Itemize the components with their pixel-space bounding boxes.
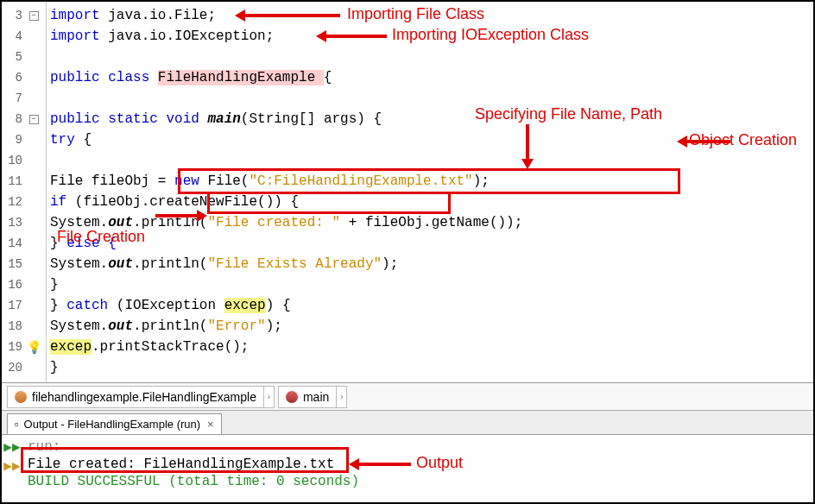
code-token: (String[] args) { bbox=[241, 111, 382, 127]
code-token: import bbox=[50, 8, 108, 23]
code-token: FileHandlingExample bbox=[158, 70, 324, 85]
line-number: 15 bbox=[2, 257, 26, 271]
code-token: "C:FileHandlingExample.txt" bbox=[249, 173, 472, 189]
line-number: 4 bbox=[2, 29, 26, 43]
code-editor: 3− 4 5 6 7 8− 9 10 11 12 13 14 15 16 17 … bbox=[2, 2, 813, 383]
code-token: { bbox=[324, 70, 332, 85]
code-token: static bbox=[108, 111, 166, 127]
code-token: + fileObj.getName()); bbox=[340, 215, 522, 230]
code-token: "File Exists Already" bbox=[207, 256, 382, 272]
run-icon[interactable]: ▶▶ bbox=[2, 438, 22, 456]
annotation-object-creation: Object Creation bbox=[689, 131, 797, 149]
output-tab-bar: ▫ Output - FileHandlingExample (run) × bbox=[2, 411, 813, 435]
code-token: ); bbox=[266, 318, 282, 334]
code-token: ); bbox=[382, 256, 398, 272]
code-token: System. bbox=[50, 318, 108, 334]
line-number: 7 bbox=[2, 91, 26, 105]
code-token: public bbox=[50, 70, 108, 85]
code-token: void bbox=[166, 111, 207, 127]
code-token: .println( bbox=[133, 318, 207, 334]
code-token: } bbox=[50, 277, 59, 293]
class-icon bbox=[15, 391, 27, 403]
editor-gutter: 3− 4 5 6 7 8− 9 10 11 12 13 14 15 16 17 … bbox=[2, 2, 47, 382]
output-line: BUILD SUCCESSFUL (total time: 0 seconds) bbox=[28, 473, 808, 490]
code-token: .printStackTrace(); bbox=[92, 339, 249, 355]
line-number: 10 bbox=[2, 154, 26, 167]
code-token: } bbox=[50, 298, 59, 313]
code-token: if bbox=[50, 194, 75, 210]
code-token: public bbox=[50, 111, 108, 127]
output-text[interactable]: run: File created: FileHandlingExample.t… bbox=[22, 435, 813, 502]
annotation-import-ioexception-class: Importing IOException Class bbox=[392, 26, 589, 44]
output-toolbar: ▶▶ ▶▶ bbox=[2, 435, 22, 502]
line-number: 6 bbox=[2, 71, 26, 85]
chevron-right-icon[interactable]: › bbox=[337, 386, 347, 408]
line-number: 8 bbox=[2, 112, 26, 126]
breadcrumb-class-label: filehandlingexample.FileHandlingExample bbox=[32, 390, 256, 404]
annotation-specify-file-name: Specifying File Name, Path bbox=[475, 105, 662, 123]
rerun-icon[interactable]: ▶▶ bbox=[2, 457, 22, 475]
code-token: (fileObj.createNewFile()) bbox=[75, 194, 291, 210]
code-token: "File created: " bbox=[207, 215, 340, 230]
annotation-arrow bbox=[526, 124, 529, 159]
annotation-file-creation: File Creation bbox=[57, 228, 145, 246]
annotation-import-file-class: Importing File Class bbox=[347, 5, 484, 23]
annotation-arrow bbox=[359, 463, 411, 466]
line-number: 19 bbox=[2, 340, 26, 354]
chevron-right-icon[interactable]: › bbox=[264, 386, 275, 408]
code-token: import bbox=[50, 28, 108, 44]
line-number: 16 bbox=[2, 278, 26, 292]
code-token: ) { bbox=[266, 298, 291, 313]
code-token: (IOException bbox=[117, 298, 224, 313]
code-token: java.io.IOException; bbox=[108, 28, 274, 44]
fold-toggle[interactable]: − bbox=[29, 11, 39, 21]
line-number: 12 bbox=[2, 195, 26, 209]
code-token: System. bbox=[50, 256, 108, 272]
breadcrumb: filehandlingexample.FileHandlingExample›… bbox=[2, 383, 813, 411]
code-token: { bbox=[83, 132, 92, 148]
line-number: 17 bbox=[2, 299, 26, 312]
line-number: 13 bbox=[2, 216, 26, 230]
output-tab-title: Output - FileHandlingExample (run) bbox=[24, 418, 200, 431]
line-number: 11 bbox=[2, 174, 26, 188]
code-token: java.io.File; bbox=[108, 8, 216, 23]
output-line: run: bbox=[28, 438, 808, 456]
annotation-output: Output bbox=[416, 454, 463, 472]
breadcrumb-class[interactable]: filehandlingexample.FileHandlingExample bbox=[7, 386, 264, 408]
breadcrumb-method[interactable]: main bbox=[278, 386, 337, 408]
line-number: 14 bbox=[2, 236, 26, 250]
code-token: try bbox=[50, 132, 83, 148]
code-token: new bbox=[174, 173, 207, 189]
output-panel: ▶▶ ▶▶ run: File created: FileHandlingExa… bbox=[2, 435, 813, 502]
code-token: out bbox=[108, 318, 133, 334]
annotation-arrow bbox=[155, 214, 197, 217]
code-token: { bbox=[290, 194, 299, 210]
code-token: class bbox=[108, 70, 158, 85]
line-number: 9 bbox=[2, 133, 26, 147]
fold-toggle[interactable]: − bbox=[29, 115, 39, 124]
method-icon bbox=[286, 391, 298, 403]
code-token: excep bbox=[50, 339, 92, 355]
code-token: out bbox=[108, 256, 133, 272]
annotation-arrow bbox=[245, 14, 340, 17]
code-token: File fileObj = bbox=[50, 173, 174, 189]
line-number: 20 bbox=[2, 361, 26, 375]
terminal-icon: ▫ bbox=[15, 418, 19, 431]
code-token: catch bbox=[59, 298, 117, 313]
code-token: } bbox=[50, 360, 59, 375]
output-tab[interactable]: ▫ Output - FileHandlingExample (run) × bbox=[7, 413, 222, 434]
line-number: 3 bbox=[2, 9, 26, 22]
code-text-area[interactable]: import java.io.File; import java.io.IOEx… bbox=[47, 2, 813, 382]
line-number: 5 bbox=[2, 50, 26, 64]
breadcrumb-method-label: main bbox=[303, 390, 329, 404]
lightbulb-icon[interactable]: 💡 bbox=[27, 340, 41, 355]
code-token: main bbox=[207, 111, 240, 127]
line-number: 18 bbox=[2, 319, 26, 333]
code-token: ); bbox=[473, 173, 490, 189]
code-token: "Error" bbox=[207, 318, 265, 334]
tab-close-button[interactable]: × bbox=[207, 418, 214, 431]
code-token: File( bbox=[207, 173, 249, 189]
annotation-arrow bbox=[326, 35, 387, 38]
code-token: .println( bbox=[133, 256, 207, 272]
code-token: excep bbox=[224, 298, 266, 313]
